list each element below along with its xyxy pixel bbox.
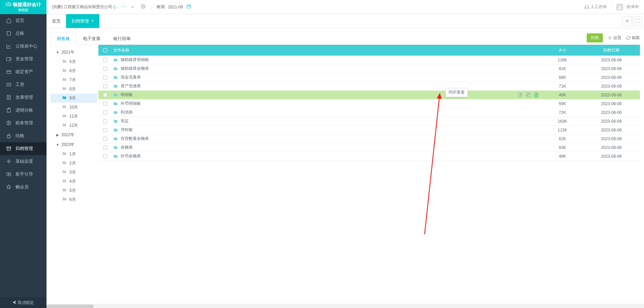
sidebar-item-guide[interactable]: 新手引导 (0, 168, 47, 181)
table-row[interactable]: 余额表 83K 2023-06-06 (98, 143, 640, 152)
row-checkbox[interactable] (103, 119, 107, 123)
period-value[interactable]: 2021-09 (168, 5, 183, 9)
tree-month[interactable]: 6月 (51, 195, 97, 204)
table-row[interactable]: 现金流量表 66K 2023-06-06 (98, 73, 640, 82)
tree-month[interactable]: 7月 (51, 75, 97, 85)
file-date: 2023-06-06 (583, 66, 640, 71)
table-row[interactable]: 存货数量余额表 62K 2023-06-06 (98, 134, 640, 143)
table-row[interactable]: 利润表 72K 2023-06-06 (98, 108, 640, 117)
row-checkbox[interactable] (103, 58, 107, 62)
svg-rect-8 (7, 135, 10, 138)
table-row[interactable]: 明细账 46K 2023-06-06 (98, 91, 640, 99)
tree-year-2[interactable]: ▼2023年 (51, 140, 97, 150)
sidebar-item-settings[interactable]: 基础设置 (0, 155, 47, 168)
close-icon[interactable]: ✕ (91, 19, 94, 23)
row-checkbox[interactable] (103, 146, 107, 150)
clipboard-icon (6, 107, 11, 113)
download-icon[interactable] (517, 92, 523, 98)
tree-month[interactable]: 5月 (51, 57, 97, 66)
horizontal-scrollbar[interactable] (47, 304, 644, 308)
tree-month[interactable]: 6月 (51, 66, 97, 75)
tree-month[interactable]: 11月 (51, 112, 97, 121)
row-checkbox[interactable] (103, 102, 107, 106)
sidebar-item-report[interactable]: 云报表中心 (0, 40, 47, 53)
file-icon (113, 75, 118, 80)
tree-month[interactable]: 8月 (51, 85, 97, 94)
row-checkbox[interactable] (103, 93, 107, 97)
sidebar-item-member[interactable]: 畅会员 (0, 181, 47, 193)
sidebar-item-stock[interactable]: 进销台账 (0, 104, 47, 117)
tree-month[interactable]: 4月 (51, 177, 97, 186)
folder-icon (62, 95, 67, 101)
sidebar-item-ledger[interactable]: 总账 (0, 27, 47, 40)
tree-month[interactable]: 5月 (51, 186, 97, 195)
file-name: 利润表 (121, 110, 133, 115)
avatar-icon[interactable] (616, 4, 623, 10)
table-row[interactable]: 序时账 113K 2023-06-06 (98, 126, 640, 134)
calendar-icon[interactable] (186, 4, 191, 10)
folder-icon (62, 104, 67, 110)
org-selector[interactable]: (勿删) 江西服宝精品有限责任公司 (... (52, 4, 118, 10)
subtab-2[interactable]: 银行回单 (107, 32, 137, 45)
username[interactable]: 徐泽华 (626, 4, 639, 10)
sidebar-item-asset[interactable]: 固定资产 (0, 65, 47, 78)
row-checkbox[interactable] (103, 154, 107, 158)
file-icon (113, 119, 118, 124)
archive-button[interactable]: 归档 (587, 33, 603, 42)
close-tab-button[interactable]: ✕ (622, 17, 632, 26)
tab-0[interactable]: 首页 (47, 14, 66, 28)
tree-month[interactable]: 2月 (51, 159, 97, 168)
file-date: 2023-06-06 (583, 58, 640, 62)
subtab-1[interactable]: 电子发票 (76, 32, 107, 45)
tree-month[interactable]: 12月 (51, 121, 97, 130)
tree-month[interactable]: 1月 (51, 150, 97, 159)
settings-link[interactable]: 设置 (608, 35, 621, 41)
table-row[interactable]: 外币余额表 48K 2023-06-06 (98, 152, 640, 161)
tree-year-0[interactable]: ▼2021年 (51, 48, 97, 57)
sidebar-item-close[interactable]: 结账 (0, 129, 47, 142)
refresh-link[interactable]: 刷新 (626, 35, 640, 41)
table-row[interactable]: 辅助核算明细账 116K 2023-06-06 (98, 56, 640, 64)
row-checkbox[interactable] (103, 111, 107, 115)
folder-icon (62, 86, 67, 92)
sidebar-item-home[interactable]: 首页 (0, 14, 47, 27)
scrollbar-thumb[interactable] (47, 305, 94, 308)
file-icon (113, 145, 118, 150)
table-row[interactable]: 资产负债表 71K 2023-06-06 (98, 82, 640, 91)
sidebar-item-invoice[interactable]: 发票管理 (0, 91, 47, 104)
chevron-down-icon[interactable]: ﹀ (122, 4, 126, 10)
table-row[interactable]: 凭证 163K 2023-06-06 (98, 117, 640, 126)
table-row[interactable]: 辅助核算余额表 81K 2023-06-06 (98, 64, 640, 73)
row-checkbox[interactable] (103, 67, 107, 71)
sidebar-item-salary[interactable]: 工资 (0, 78, 47, 91)
sidebar-item-label: 进销台账 (16, 107, 33, 113)
support-link[interactable]: 人工咨询 (584, 4, 607, 10)
tree-month[interactable]: 10月 (51, 103, 97, 112)
tree-year-1[interactable]: ▶2022年 (51, 130, 97, 140)
tree-month[interactable]: 9月 (51, 94, 97, 103)
select-all-checkbox[interactable] (103, 48, 107, 52)
row-checkbox[interactable] (103, 84, 107, 88)
tree-month[interactable]: 3月 (51, 168, 97, 177)
file-name: 外币余额表 (121, 153, 141, 159)
svg-point-16 (535, 95, 536, 96)
row-checkbox[interactable] (103, 137, 107, 141)
row-checkbox[interactable] (103, 128, 107, 132)
view-icon[interactable] (533, 92, 539, 98)
sidebar-unpin[interactable]: ⮜ 取消固定 (0, 297, 47, 308)
table-row[interactable]: 外币明细账 55K 2023-06-06 (98, 99, 640, 108)
file-size: 48K (542, 154, 583, 159)
sidebar-item-archive[interactable]: 归档管理 (0, 142, 47, 155)
add-icon[interactable]: ＋ (129, 3, 136, 11)
row-checkbox[interactable] (103, 75, 107, 80)
archive-page: 财务账电子发票银行回单 归档 设置 刷新 ▼2021年5月6月7月8月9月10月… (47, 28, 644, 304)
fullscreen-button[interactable]: ⛶ (633, 17, 642, 26)
money-icon (6, 82, 11, 87)
tab-1[interactable]: 归档管理✕ (66, 14, 99, 28)
pdf-icon[interactable] (525, 92, 531, 98)
subtab-0[interactable]: 财务账 (51, 32, 76, 45)
file-date: 2023-06-06 (583, 101, 640, 106)
sidebar-item-tax[interactable]: 税务管理 (0, 117, 47, 129)
gear-icon[interactable] (140, 3, 147, 11)
sidebar-item-funds[interactable]: 资金管理 (0, 53, 47, 65)
